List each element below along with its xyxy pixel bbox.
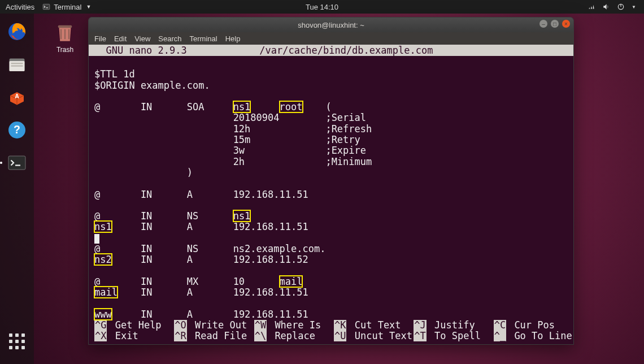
nano-shortcut: ^_ Go To Line <box>494 331 573 341</box>
dock-software[interactable]: A <box>5 85 29 110</box>
dock-terminal[interactable] <box>5 150 29 175</box>
chevron-down-icon: ▼ <box>632 5 636 10</box>
terminal-icon <box>42 3 50 11</box>
nano-shortcut: ^J Justify <box>414 320 493 331</box>
app-indicator-label: Terminal <box>54 3 81 11</box>
dock-help[interactable]: ? <box>5 118 29 142</box>
shortcut-key: ^K <box>334 320 346 331</box>
terminal-window: shovon@linuxhint: ~ – □ × FileEditViewSe… <box>88 17 574 345</box>
app-indicator[interactable]: Terminal ▼ <box>42 3 91 11</box>
menu-search[interactable]: Search <box>158 34 181 43</box>
menu-view[interactable]: View <box>134 34 150 43</box>
text-cursor <box>94 234 99 244</box>
dock: A ? <box>0 14 34 364</box>
help-icon: ? <box>7 120 27 140</box>
nano-shortcut: ^K Cut Text <box>334 320 414 331</box>
shortcut-key: ^\ <box>254 331 267 341</box>
menu-edit[interactable]: Edit <box>114 34 127 43</box>
window-menubar: FileEditViewSearchTerminalHelp <box>89 32 573 45</box>
chevron-down-icon: ▼ <box>86 4 91 10</box>
nano-shortcuts: ^G Get Help^O Write Out^W Where Is^K Cut… <box>89 320 573 341</box>
top-panel: Activities Terminal ▼ Tue 14:10 ▼ <box>0 0 644 14</box>
shortcut-label: Cur Pos <box>508 320 555 331</box>
nano-filepath: /var/cache/bind/db.example.com <box>259 45 501 56</box>
trash-icon <box>53 20 77 44</box>
highlighted-text: www <box>94 309 112 320</box>
shortcut-label: Where Is <box>269 320 321 331</box>
nano-header: GNU nano 2.9.3 /var/cache/bind/db.exampl… <box>89 45 573 56</box>
terminal-icon <box>7 153 27 173</box>
shortcut-label: Replace <box>269 331 315 341</box>
network-icon <box>588 3 595 11</box>
highlighted-text: ns1 <box>233 101 251 112</box>
window-maximize-button[interactable]: □ <box>551 20 559 28</box>
menu-help[interactable]: Help <box>225 34 241 43</box>
shortcut-label: To Spell <box>429 331 481 341</box>
volume-icon <box>602 3 610 11</box>
files-icon <box>7 54 27 75</box>
menu-file[interactable]: File <box>94 34 106 43</box>
shortcut-label: Uncut Text <box>349 331 412 341</box>
highlighted-text: ns2 <box>94 254 112 265</box>
desktop-trash-label: Trash <box>45 46 85 54</box>
svg-rect-0 <box>43 4 50 9</box>
shortcut-label: Go To Line <box>508 331 572 341</box>
nano-shortcut: ^T To Spell <box>414 331 493 341</box>
shortcut-key: ^J <box>414 320 426 331</box>
shortcut-key: ^R <box>174 331 186 341</box>
clock[interactable]: Tue 14:10 <box>306 3 338 11</box>
show-applications-button[interactable] <box>5 329 29 354</box>
nano-shortcut: ^X Exit <box>94 331 174 341</box>
svg-rect-8 <box>11 66 23 67</box>
terminal-body[interactable]: GNU nano 2.9.3 /var/cache/bind/db.exampl… <box>89 45 573 344</box>
shortcut-label: Exit <box>109 331 138 341</box>
svg-text:A: A <box>15 93 19 99</box>
window-titlebar[interactable]: shovon@linuxhint: ~ – □ × <box>89 18 573 32</box>
window-close-button[interactable]: × <box>562 20 570 28</box>
nano-shortcut: ^G Get Help <box>94 320 174 331</box>
svg-rect-7 <box>11 63 23 64</box>
shortcut-key: ^U <box>334 331 346 341</box>
shortcut-key: ^T <box>414 331 426 341</box>
shortcut-key: ^O <box>174 320 186 331</box>
dock-firefox[interactable] <box>5 19 29 44</box>
activities-button[interactable]: Activities <box>6 3 34 11</box>
dock-files[interactable] <box>5 52 29 77</box>
shortcut-key: ^W <box>254 320 267 331</box>
nano-version: GNU nano 2.9.3 <box>94 45 187 56</box>
shortcut-label: Cut Text <box>349 320 401 331</box>
highlighted-text: root <box>280 101 303 112</box>
menu-terminal[interactable]: Terminal <box>190 34 217 43</box>
highlighted-text: mail <box>94 287 118 298</box>
shortcut-label: Justify <box>429 320 475 331</box>
nano-shortcut: ^U Uncut Text <box>334 331 414 341</box>
shortcut-label: Write Out <box>189 320 247 331</box>
svg-rect-14 <box>58 25 72 28</box>
shortcut-key: ^X <box>94 331 107 341</box>
highlighted-text: ns1 <box>233 210 251 222</box>
highlighted-text: ns1 <box>94 221 112 232</box>
shortcut-label: Read File <box>189 331 247 341</box>
shortcut-label: Get Help <box>109 320 161 331</box>
status-area[interactable]: ▼ <box>588 3 644 11</box>
nano-shortcut: ^\ Replace <box>254 331 334 341</box>
shortcut-key: ^C <box>494 320 506 331</box>
power-icon <box>617 3 625 11</box>
nano-shortcut: ^O Write Out <box>174 320 254 331</box>
nano-shortcut: ^C Cur Pos <box>494 320 573 331</box>
software-icon: A <box>7 87 27 107</box>
nano-shortcut: ^W Where Is <box>254 320 334 331</box>
nano-shortcut: ^R Read File <box>174 331 254 341</box>
shortcut-key: ^G <box>94 320 107 331</box>
desktop-trash[interactable]: Trash <box>45 20 85 54</box>
window-minimize-button[interactable]: – <box>539 20 547 28</box>
nano-content[interactable]: $TTL 1d $ORIGIN example.com. @ IN SOA ns… <box>89 56 573 320</box>
svg-text:?: ? <box>14 123 20 136</box>
shortcut-key: ^_ <box>494 331 506 341</box>
firefox-icon <box>7 21 27 42</box>
window-title: shovon@linuxhint: ~ <box>298 21 364 29</box>
svg-rect-12 <box>8 156 25 170</box>
highlighted-text: mail <box>280 276 303 287</box>
